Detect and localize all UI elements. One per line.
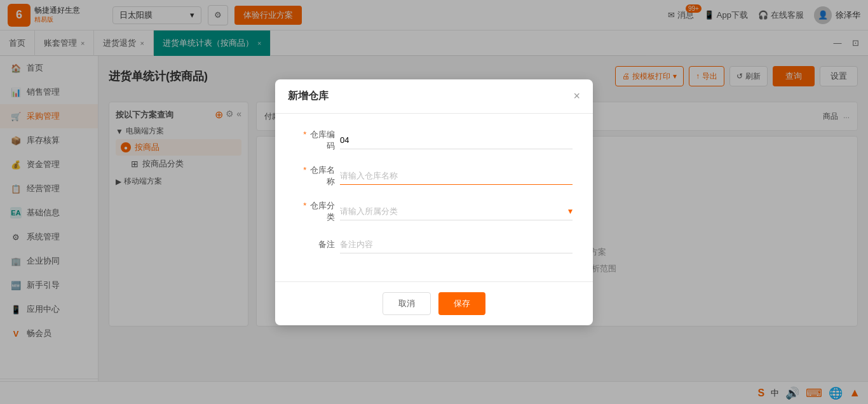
save-button[interactable]: 保存 bbox=[438, 292, 485, 315]
code-label: * 仓库编码 bbox=[295, 129, 340, 152]
warehouse-category-row: * 仓库分类 ▾ bbox=[295, 200, 573, 223]
warehouse-name-row: * 仓库名称 bbox=[295, 165, 573, 187]
warehouse-note-input[interactable] bbox=[340, 236, 573, 253]
note-label: 备注 bbox=[295, 239, 340, 250]
category-label: * 仓库分类 bbox=[295, 200, 340, 223]
modal-footer: 取消 保存 bbox=[275, 281, 593, 325]
modal-header: 新增仓库 × bbox=[275, 79, 593, 114]
category-select-wrap: ▾ bbox=[340, 202, 573, 220]
warehouse-code-row: * 仓库编码 bbox=[295, 129, 573, 152]
new-warehouse-modal: 新增仓库 × * 仓库编码 * 仓库名称 bbox=[275, 79, 593, 325]
cancel-button[interactable]: 取消 bbox=[383, 292, 431, 315]
modal-body: * 仓库编码 * 仓库名称 * bbox=[275, 114, 593, 281]
name-label: * 仓库名称 bbox=[295, 165, 340, 187]
warehouse-category-input[interactable] bbox=[340, 206, 568, 216]
warehouse-name-input[interactable] bbox=[340, 167, 573, 185]
modal-close-button[interactable]: × bbox=[573, 90, 580, 102]
category-dropdown-arrow[interactable]: ▾ bbox=[568, 206, 573, 216]
modal-title: 新增仓库 bbox=[288, 90, 329, 103]
warehouse-note-row: 备注 bbox=[295, 236, 573, 253]
warehouse-code-input[interactable] bbox=[340, 131, 573, 149]
modal-overlay: 新增仓库 × * 仓库编码 * 仓库名称 bbox=[0, 0, 868, 404]
